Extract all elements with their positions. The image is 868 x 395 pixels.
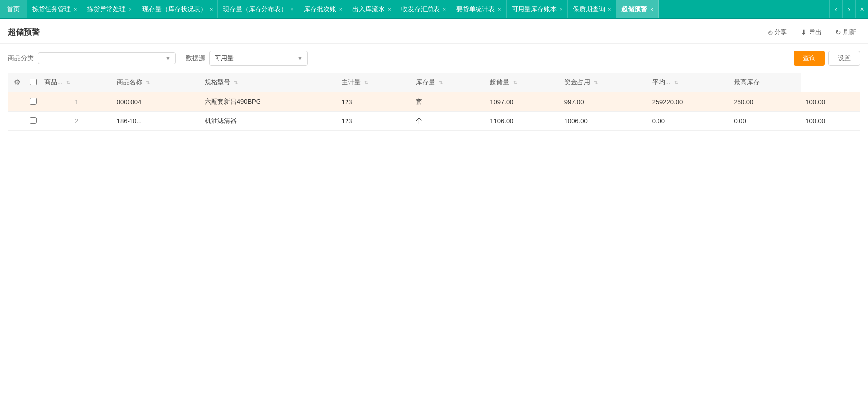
nav-expiry-query-label: 保质期查询	[573, 5, 605, 14]
category-select-arrow: ▼	[165, 55, 171, 61]
table-body: 1 0000004 六配套新昌490BPG 123 套 1097.00 997.…	[8, 92, 860, 131]
row-settings-cell-0	[8, 92, 26, 112]
nav-home-label: 首页	[7, 5, 20, 14]
nav-stock-dist-label: 现存量（库存分布表）	[223, 5, 287, 14]
col-stock[interactable]: 库存量 ⇅	[412, 73, 486, 92]
nav-inout-flow-close[interactable]: ×	[388, 6, 391, 12]
col-unit[interactable]: 主计量 ⇅	[338, 73, 412, 92]
nav-collect-summary-close[interactable]: ×	[443, 6, 446, 12]
col-capital-sort[interactable]: ⇅	[594, 80, 598, 85]
col-overstock[interactable]: 超储量 ⇅	[486, 73, 560, 92]
datasource-select[interactable]: 可用量 ▼	[209, 51, 308, 66]
row-avg-0: 260.00	[730, 92, 802, 112]
nav-order-stats[interactable]: 要货单统计表 ×	[451, 0, 506, 18]
nav-inout-flow[interactable]: 出入库流水 ×	[347, 0, 396, 18]
row-code-1: 2	[41, 112, 113, 131]
refresh-label: 刷新	[843, 28, 856, 37]
query-button[interactable]: 查询	[794, 51, 825, 66]
row-stock-1: 1106.00	[486, 112, 560, 131]
nav-arrow-left[interactable]: ‹	[829, 0, 842, 19]
share-button[interactable]: ⎋ 分享	[764, 26, 791, 39]
col-avg-sort[interactable]: ⇅	[674, 80, 678, 85]
nav-expiry-query[interactable]: 保质期查询 ×	[568, 0, 616, 18]
nav-pick-task[interactable]: 拣货任务管理 ×	[27, 0, 82, 18]
share-icon: ⎋	[768, 28, 772, 36]
row-checkbox-cell-1[interactable]	[26, 112, 41, 131]
nav-expiry-query-close[interactable]: ×	[608, 6, 611, 12]
row-checkbox-0[interactable]	[30, 98, 37, 105]
top-navigation: 首页 拣货任务管理 × 拣货异常处理 × 现存量（库存状况表） × 现存量（库存…	[0, 0, 868, 19]
nav-pick-task-close[interactable]: ×	[74, 6, 77, 12]
datasource-label: 数据源	[186, 54, 205, 63]
nav-arrows: ‹ › ×	[829, 0, 868, 19]
col-max[interactable]: 最高库存	[730, 73, 802, 92]
nav-available-stock[interactable]: 可用量库存账本 ×	[507, 0, 568, 18]
nav-stock-status-label: 现存量（库存状况表）	[142, 5, 207, 14]
col-name-sort[interactable]: ⇅	[146, 80, 150, 85]
export-label: 导出	[809, 28, 822, 37]
col-avg[interactable]: 平均... ⇅	[649, 73, 730, 92]
data-table: ⚙ 商品... ⇅ 商品名称 ⇅ 规格型号 ⇅	[8, 73, 860, 131]
row-settings-cell-1	[8, 112, 26, 131]
col-stock-label: 库存量	[416, 79, 435, 86]
share-label: 分享	[774, 28, 787, 37]
nav-inout-flow-label: 出入库流水	[352, 5, 385, 14]
col-unit-sort[interactable]: ⇅	[364, 80, 368, 85]
col-overstock-label: 超储量	[490, 79, 509, 86]
col-stock-sort[interactable]: ⇅	[439, 80, 443, 85]
settings-button[interactable]: 设置	[828, 51, 860, 66]
nav-arrow-right[interactable]: ›	[842, 0, 855, 19]
nav-batch-account[interactable]: 库存批次账 ×	[299, 0, 347, 18]
nav-batch-account-close[interactable]: ×	[339, 6, 342, 12]
row-capital-0: 259220.00	[649, 92, 730, 112]
col-code-sort[interactable]: ⇅	[66, 80, 70, 85]
nav-stock-dist[interactable]: 现存量（库存分布表） ×	[218, 0, 299, 18]
nav-stock-status[interactable]: 现存量（库存状况表） ×	[137, 0, 218, 18]
header-actions: ⎋ 分享 ⬇ 导出 ↻ 刷新	[764, 26, 860, 39]
select-all-checkbox[interactable]	[30, 79, 37, 85]
col-name[interactable]: 商品名称 ⇅	[113, 73, 201, 92]
nav-stock-dist-close[interactable]: ×	[290, 6, 293, 12]
col-overstock-sort[interactable]: ⇅	[513, 80, 517, 85]
row-checkbox-1[interactable]	[30, 117, 37, 124]
nav-overstock-warning-close[interactable]: ×	[650, 6, 653, 12]
col-capital[interactable]: 资金占用 ⇅	[561, 73, 649, 92]
table-header-row: ⚙ 商品... ⇅ 商品名称 ⇅ 规格型号 ⇅	[8, 73, 860, 92]
nav-order-stats-close[interactable]: ×	[498, 6, 501, 12]
table-settings-icon[interactable]: ⚙	[14, 78, 20, 86]
page-container: 超储预警 ⎋ 分享 ⬇ 导出 ↻ 刷新 商品分类 ▼ 数据源	[0, 19, 868, 395]
col-name-label: 商品名称	[117, 79, 142, 86]
category-select[interactable]: ▼	[38, 52, 176, 64]
row-capital-1: 0.00	[649, 112, 730, 131]
nav-available-stock-close[interactable]: ×	[560, 6, 563, 12]
col-avg-label: 平均...	[652, 79, 671, 86]
col-spec[interactable]: 规格型号 ⇅	[201, 73, 338, 92]
row-checkbox-cell-0[interactable]	[26, 92, 41, 112]
col-spec-sort[interactable]: ⇅	[234, 80, 238, 85]
nav-overstock-warning[interactable]: 超储预警 ×	[616, 0, 658, 18]
refresh-button[interactable]: ↻ 刷新	[831, 26, 860, 39]
nav-stock-status-close[interactable]: ×	[210, 6, 213, 12]
row-overstock-1: 1006.00	[561, 112, 649, 131]
datasource-select-value: 可用量	[215, 54, 234, 63]
nav-pick-exception-label: 拣货异常处理	[87, 5, 126, 14]
nav-arrow-close[interactable]: ×	[855, 0, 868, 19]
nav-pick-exception-close[interactable]: ×	[129, 6, 131, 12]
col-code[interactable]: 商品... ⇅	[41, 73, 113, 92]
col-capital-label: 资金占用	[564, 79, 590, 86]
table-row: 2 186-10... 机油滤清器 123 个 1106.00 1006.00 …	[8, 112, 860, 131]
row-stock-0: 1097.00	[486, 92, 560, 112]
page-header: 超储预警 ⎋ 分享 ⬇ 导出 ↻ 刷新	[0, 19, 868, 44]
row-product-code-0: 0000004	[113, 92, 201, 112]
row-overstock-0: 997.00	[561, 92, 649, 112]
nav-pick-task-label: 拣货任务管理	[32, 5, 71, 14]
category-filter: 商品分类 ▼	[8, 52, 176, 64]
nav-collect-summary[interactable]: 收发存汇总表 ×	[396, 0, 451, 18]
nav-pick-exception[interactable]: 拣货异常处理 ×	[82, 0, 137, 18]
export-icon: ⬇	[801, 28, 807, 36]
col-settings: ⚙	[8, 73, 26, 92]
export-button[interactable]: ⬇ 导出	[797, 26, 825, 39]
row-name-0: 六配套新昌490BPG	[201, 92, 338, 112]
nav-home[interactable]: 首页	[0, 0, 27, 18]
filter-actions: 查询 设置	[794, 51, 860, 66]
